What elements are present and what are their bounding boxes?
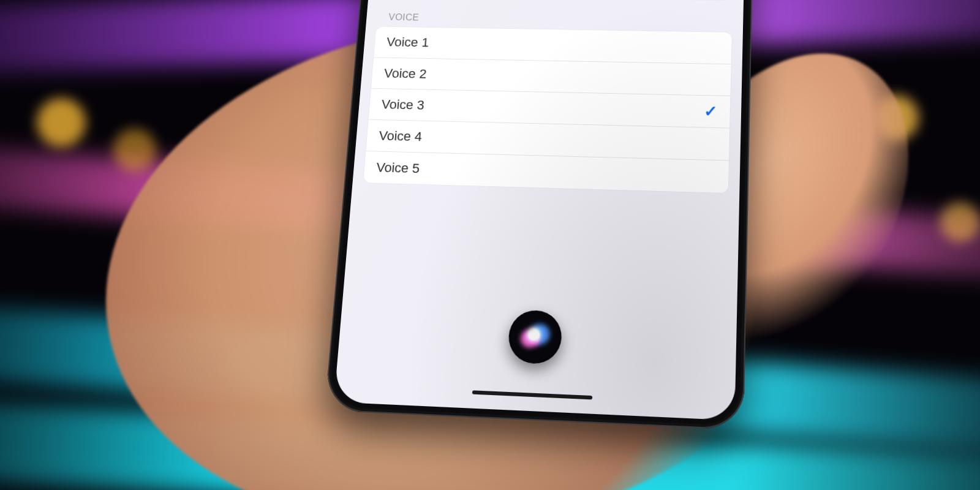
settings-siri-voice[interactable]: Indian Irish South African VOICE (334, 0, 745, 420)
phone: Indian Irish South African VOICE (325, 0, 754, 430)
siri-orb[interactable] (507, 309, 563, 364)
list-item-label: Voice 5 (376, 160, 420, 176)
bg-bokeh (113, 129, 156, 172)
phone-frame: Indian Irish South African VOICE (325, 0, 754, 430)
voice-group: Voice 1 Voice 2 Voice 3 ✓ Voice 4 (363, 26, 732, 193)
bg-bokeh (37, 98, 86, 147)
list-item-label: Voice 2 (383, 66, 427, 81)
checkmark-icon: ✓ (704, 102, 718, 121)
phone-screen: Indian Irish South African VOICE (334, 0, 745, 420)
voice-section-header: VOICE (388, 12, 720, 28)
siri-icon (516, 318, 553, 355)
list-item-label: Voice 1 (386, 35, 429, 50)
home-indicator[interactable] (472, 390, 592, 399)
list-item-label: Voice 3 (381, 97, 425, 113)
photo-scene: Indian Irish South African VOICE (0, 0, 980, 490)
list-item-label: Voice 4 (379, 128, 423, 145)
bg-bokeh (940, 202, 980, 242)
